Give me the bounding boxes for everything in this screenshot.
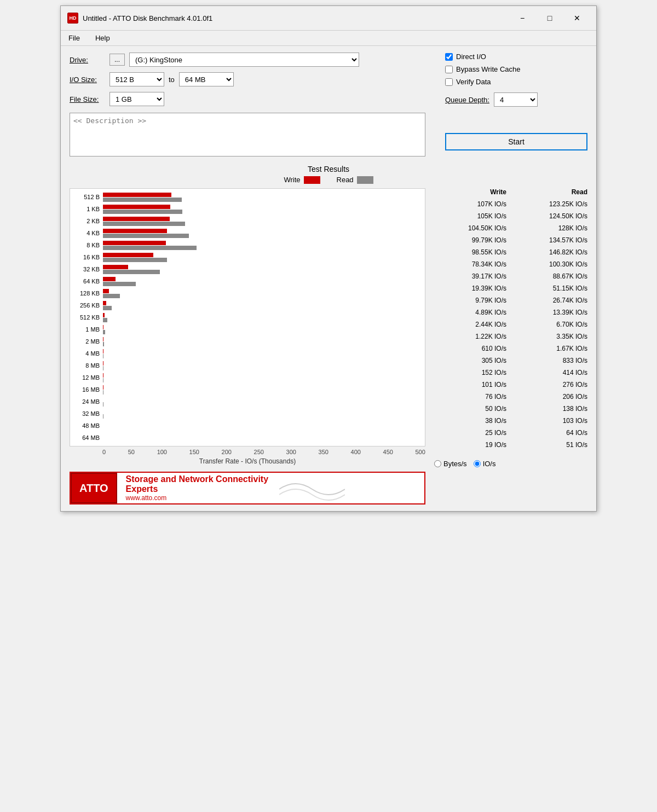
write-bar (103, 241, 166, 245)
bar-label: 8 MB (70, 362, 103, 369)
queue-depth-select[interactable]: 4 (494, 92, 538, 107)
footer-tagline: Storage and Network Connectivity Experts (126, 474, 271, 494)
bar-row: 8 MB (70, 359, 425, 372)
ios-per-sec-label[interactable]: IO/s (474, 460, 496, 468)
verify-data-checkbox[interactable] (445, 78, 453, 86)
write-value: 50 IO/s (434, 405, 511, 413)
read-value: 88.67K IO/s (511, 272, 587, 280)
units-row: Bytes/s IO/s (434, 460, 598, 468)
table-row: 107K IO/s 123.25K IO/s (434, 198, 598, 210)
description-input[interactable] (70, 113, 425, 156)
verify-data-label: Verify Data (456, 78, 491, 86)
bar-label: 1 KB (70, 206, 103, 212)
ios-radio[interactable] (474, 460, 481, 467)
read-value: 1.67K IO/s (511, 345, 587, 352)
read-value: 123.25K IO/s (511, 200, 587, 208)
write-value: 105K IO/s (434, 212, 511, 220)
bypass-cache-row[interactable]: Bypass Write Cache (445, 65, 587, 73)
maximize-button[interactable]: □ (537, 10, 562, 26)
direct-io-row[interactable]: Direct I/O (445, 53, 587, 61)
write-value: 78.34K IO/s (434, 260, 511, 268)
write-bar (103, 301, 106, 305)
table-row: 9.79K IO/s 26.74K IO/s (434, 294, 598, 306)
bar-row: 12 MB (70, 372, 425, 384)
bypass-cache-checkbox[interactable] (445, 66, 453, 73)
bar-label: 64 KB (70, 278, 103, 285)
verify-data-row[interactable]: Verify Data (445, 78, 587, 86)
io-size-from-select[interactable]: 512 B (110, 72, 164, 86)
read-value: 103 IO/s (511, 417, 587, 425)
data-table-rows: 107K IO/s 123.25K IO/s 105K IO/s 124.50K… (434, 198, 598, 451)
read-bar (103, 270, 160, 274)
bar-label: 24 MB (70, 398, 103, 405)
io-size-row: I/O Size: 512 B to 64 MB (70, 72, 434, 86)
bar-label: 1 MB (70, 326, 103, 333)
table-row: 105K IO/s 124.50K IO/s (434, 210, 598, 222)
bar-label: 512 KB (70, 314, 103, 321)
bar-label: 32 MB (70, 410, 103, 417)
menu-help[interactable]: Help (92, 32, 113, 44)
left-controls: Drive: ... (G:) KingStone I/O Size: 512 … (70, 53, 434, 158)
ios-label: IO/s (483, 460, 496, 468)
bytes-radio[interactable] (434, 460, 441, 467)
footer-text: Storage and Network Connectivity Experts… (117, 472, 280, 504)
bar-row: 1 KB (70, 203, 425, 215)
bypass-cache-label: Bypass Write Cache (456, 65, 521, 73)
bar-row: 128 KB (70, 287, 425, 299)
bar-label: 32 KB (70, 266, 103, 272)
write-bar (103, 253, 153, 257)
read-value: 206 IO/s (511, 393, 587, 401)
write-value: 99.79K IO/s (434, 236, 511, 244)
footer-banner: ATTO Storage and Network Connectivity Ex… (70, 472, 425, 504)
table-row: 610 IO/s 1.67K IO/s (434, 343, 598, 355)
read-value: 51 IO/s (511, 441, 587, 449)
table-row: 38 IO/s 103 IO/s (434, 415, 598, 427)
bar-label: 8 KB (70, 242, 103, 248)
menu-file[interactable]: File (65, 32, 83, 44)
start-button[interactable]: Start (445, 133, 587, 150)
read-bar (103, 342, 104, 346)
table-row: 101 IO/s 276 IO/s (434, 379, 598, 391)
chart-section: Test Results Write Read (70, 165, 587, 504)
read-value: 124.50K IO/s (511, 212, 587, 220)
bar-row: 32 KB (70, 263, 425, 275)
bar-row: 256 KB (70, 299, 425, 311)
file-size-select[interactable]: 1 GB (110, 92, 164, 106)
browse-button[interactable]: ... (110, 54, 125, 66)
table-row: 4.89K IO/s 13.39K IO/s (434, 306, 598, 318)
read-legend-label: Read (337, 176, 354, 184)
minimize-button[interactable]: − (510, 10, 535, 26)
read-bar (103, 258, 167, 262)
table-row: 76 IO/s 206 IO/s (434, 391, 598, 403)
bar-row: 24 MB (70, 396, 425, 408)
read-value: 833 IO/s (511, 357, 587, 364)
write-bar (103, 265, 128, 269)
direct-io-checkbox[interactable] (445, 53, 453, 61)
chart-left: 512 B 1 KB 2 KB 4 KB 8 KB (70, 188, 425, 504)
direct-io-label: Direct I/O (456, 53, 486, 61)
read-value: 13.39K IO/s (511, 309, 587, 316)
read-legend-color (357, 176, 373, 184)
table-row: 104.50K IO/s 128K IO/s (434, 222, 598, 234)
write-value: 39.17K IO/s (434, 272, 511, 280)
description-area (70, 113, 434, 158)
write-bar (103, 325, 103, 329)
footer-logo: ATTO (71, 473, 117, 503)
read-value: 414 IO/s (511, 369, 587, 376)
write-value: 19.39K IO/s (434, 285, 511, 292)
close-button[interactable]: ✕ (564, 10, 590, 26)
x-axis-labels: 0 50 100 150 200 250 300 350 400 450 500 (70, 446, 425, 455)
write-bar (103, 193, 171, 197)
to-label: to (169, 76, 175, 84)
write-value: 9.79K IO/s (434, 297, 511, 304)
read-value: 64 IO/s (511, 429, 587, 437)
bar-row: 64 KB (70, 275, 425, 287)
read-bar (103, 246, 197, 250)
drive-select[interactable]: (G:) KingStone (129, 53, 359, 67)
io-size-to-select[interactable]: 64 MB (179, 72, 234, 86)
file-size-label: File Size: (70, 95, 105, 103)
bytes-per-sec-label[interactable]: Bytes/s (434, 460, 467, 468)
write-value: 98.55K IO/s (434, 248, 511, 256)
chart-legend: Write Read (70, 176, 587, 184)
read-value: 100.30K IO/s (511, 260, 587, 268)
